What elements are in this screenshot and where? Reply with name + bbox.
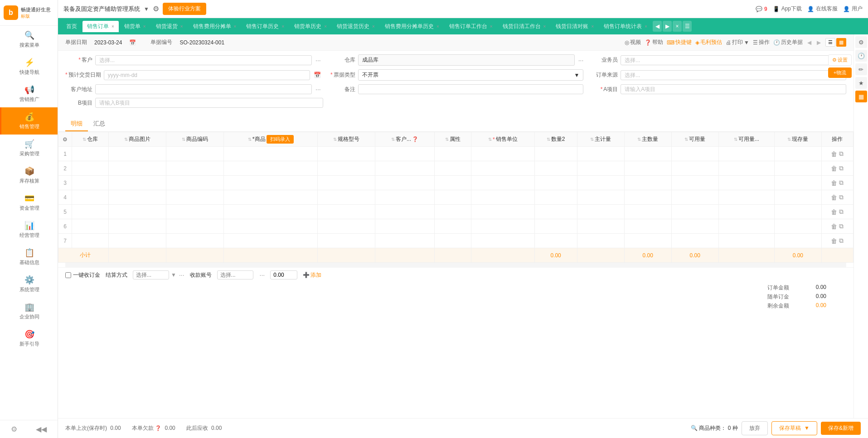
save-new-btn[interactable]: 保存&新增 [821, 422, 861, 435]
solution-button[interactable]: 体验行业方案 [163, 3, 206, 15]
sidebar-item-base-info[interactable]: 📋 基础信息 [0, 243, 58, 270]
right-tool-star-btn[interactable]: ★ [855, 77, 867, 89]
row-1-delete-btn[interactable]: 🗑 [831, 150, 837, 158]
user-avatar[interactable]: 👤 用户 [843, 5, 863, 13]
staff-input[interactable] [621, 55, 837, 65]
row-3-copy-btn[interactable]: ⧉ [839, 179, 844, 187]
sort-custcode-icon[interactable]: ⇅ [391, 137, 395, 142]
help-btn[interactable]: ❓ 帮助 [645, 39, 663, 46]
save-draft-chevron-icon[interactable]: ▼ [804, 425, 810, 431]
invoice-type-select[interactable]: 不开票 ▼ [358, 69, 584, 81]
b-project-input[interactable] [95, 98, 323, 108]
sort-attr-icon[interactable]: ⇅ [445, 137, 449, 142]
tab-close-all-btn[interactable]: × [673, 21, 682, 32]
sidebar-item-enterprise[interactable]: 🏢 企业协同 [0, 298, 58, 325]
tab-refund-history[interactable]: 销货退货历史 × [332, 21, 379, 32]
sidebar-settings-icon[interactable]: ⚙ [11, 425, 17, 433]
sort-available-icon[interactable]: ⇅ [684, 137, 688, 142]
sort-mainunit-icon[interactable]: ⇅ [590, 137, 594, 142]
settings-gear-icon[interactable]: ⚙ [153, 5, 159, 13]
system-dropdown[interactable]: ▼ [144, 6, 149, 12]
row-5-delete-btn[interactable]: 🗑 [831, 208, 837, 216]
help-debt-icon[interactable]: ❓ [155, 425, 161, 431]
discard-btn[interactable]: 放弃 [742, 421, 768, 435]
sort-unit-icon[interactable]: ⇅ [488, 137, 492, 142]
sort-stock-icon[interactable]: ⇅ [787, 137, 791, 142]
tab-refund-history-close[interactable]: × [372, 24, 375, 29]
profit-btn[interactable]: ◈ 毛利预估 [695, 39, 722, 46]
operations-btn[interactable]: ☰ 操作 [753, 39, 770, 46]
row-2-delete-btn[interactable]: 🗑 [831, 165, 837, 172]
tab-sales-return-close[interactable]: × [143, 24, 146, 29]
payment-method-more-btn[interactable]: ··· [179, 271, 184, 279]
sidebar-item-finance[interactable]: 💳 资金管理 [0, 189, 58, 216]
customer-more-btn[interactable]: ··· [315, 57, 321, 64]
right-tool-settings-btn[interactable]: ⚙ [855, 36, 867, 48]
one-click-payment-checkbox[interactable]: 一键收订金 [65, 271, 100, 279]
row-6-delete-btn[interactable]: 🗑 [831, 223, 837, 230]
tab-prev-btn[interactable]: ◀ [653, 21, 662, 32]
order-source-input[interactable] [621, 70, 846, 80]
sidebar-collapse-icon[interactable]: ◀◀ [36, 425, 47, 433]
sidebar-item-system[interactable]: ⚙️ 系统管理 [0, 270, 58, 298]
sidebar-item-marketing[interactable]: 📢 营销推广 [0, 80, 58, 107]
row-2-copy-btn[interactable]: ⧉ [839, 164, 844, 172]
payment-checkbox-input[interactable] [65, 272, 71, 278]
tab-fee-split-history-close[interactable]: × [436, 24, 439, 29]
sidebar-item-search-menu[interactable]: 🔍 搜索菜单 [0, 26, 58, 53]
online-service-btn[interactable]: 👤 在线客服 [807, 5, 838, 13]
tab-home[interactable]: 首页 [62, 21, 82, 32]
sort-image-icon[interactable]: ⇅ [124, 137, 128, 142]
sidebar-item-purchase[interactable]: 🛒 采购管理 [0, 135, 58, 162]
tab-fee-split[interactable]: 销售费用分摊单 × [189, 21, 241, 32]
tab-sales-order-close[interactable]: × [112, 24, 114, 29]
sidebar-item-quick-nav[interactable]: ⚡ 快捷导航 [0, 53, 58, 80]
row-4-copy-btn[interactable]: ⧉ [839, 193, 844, 201]
tab-sales-return[interactable]: 销货单 × [120, 21, 150, 32]
right-tool-edit-btn[interactable]: ✏ [855, 63, 867, 75]
payment-method-input[interactable] [133, 270, 169, 279]
settings-float-btn[interactable]: ⚙ 设置 [828, 54, 852, 66]
right-tool-history-btn[interactable]: 🕐 [855, 50, 867, 62]
search-product-icon[interactable]: 🔍 [691, 425, 698, 431]
sort-spec-icon[interactable]: ⇅ [333, 137, 337, 142]
view-btn[interactable]: ◎ 视频 [625, 39, 641, 46]
warehouse-more-btn[interactable]: ··· [578, 57, 584, 64]
form-view-btn[interactable]: ▦ [836, 38, 846, 47]
tab-fee-split-close[interactable]: × [234, 24, 237, 29]
tab-receivable-reconcile[interactable]: 钱货日清对账 × [551, 21, 598, 32]
tab-receivable-reconcile-close[interactable]: × [591, 24, 594, 29]
help-custcode-icon[interactable]: ❓ [412, 136, 418, 142]
message-btn[interactable]: 💬 9 [756, 6, 767, 12]
tab-summary[interactable]: 汇总 [88, 117, 111, 131]
delivery-date-calendar-icon[interactable]: 📅 [314, 72, 321, 78]
tab-sales-refund[interactable]: 销货退货 × [151, 21, 188, 32]
tab-more-btn[interactable]: ☰ [683, 21, 692, 32]
sort-mainqty-icon[interactable]: ⇅ [637, 137, 641, 142]
history-btn[interactable]: 🕐 历史单据 [773, 39, 803, 46]
tab-order-history-close[interactable]: × [281, 24, 284, 29]
row-3-delete-btn[interactable]: 🗑 [831, 179, 837, 187]
sidebar-item-sales[interactable]: 💰 销售管理 [0, 107, 58, 135]
tab-receivable-workbench-close[interactable]: × [543, 24, 546, 29]
tab-next-btn[interactable]: ▶ [663, 21, 672, 32]
row-7-delete-btn[interactable]: 🗑 [831, 237, 837, 245]
calendar-icon[interactable]: 📅 [129, 39, 136, 46]
a-project-input[interactable] [621, 84, 846, 94]
sidebar-item-guide[interactable]: 🎯 新手引导 [0, 325, 58, 352]
customer-input[interactable] [95, 55, 312, 65]
add-payment-btn[interactable]: ➕ 添加 [303, 271, 321, 279]
right-tool-scan-btn[interactable]: ▦ [855, 91, 867, 102]
print-btn[interactable]: 🖨 打印 ▼ [726, 39, 749, 46]
row-1-copy-btn[interactable]: ⧉ [839, 150, 844, 158]
row-7-copy-btn[interactable]: ⧉ [839, 237, 844, 245]
row-4-delete-btn[interactable]: 🗑 [831, 194, 837, 201]
tab-sales-summary-close[interactable]: × [645, 24, 647, 29]
list-view-btn[interactable]: ☰ [825, 38, 835, 47]
tab-sales-summary[interactable]: 销售订单统计表 × [599, 21, 652, 32]
sort-available2-icon[interactable]: ⇅ [734, 137, 737, 142]
row-6-copy-btn[interactable]: ⧉ [839, 222, 844, 230]
sort-sku-icon[interactable]: ⇅ [182, 137, 185, 142]
tab-fee-split-history[interactable]: 销售费用分摊单历史 × [380, 21, 444, 32]
add-material-btn[interactable]: +物流 [828, 67, 852, 78]
